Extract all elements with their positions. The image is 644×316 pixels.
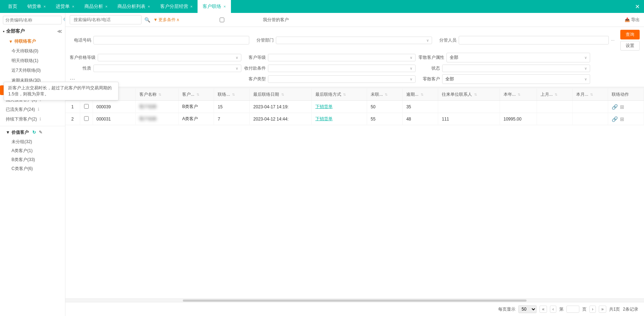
sidebar-item-ungrouped[interactable]: 未分组(32) xyxy=(3,137,62,146)
col-uncontacted-sort-icon[interactable]: ⇅ xyxy=(385,93,388,96)
my-customer-checkbox[interactable] xyxy=(182,18,261,22)
export-button[interactable]: 📤 导出 xyxy=(625,17,640,23)
person-more-icon[interactable]: ··· xyxy=(611,38,615,43)
close-customer-layered-tab[interactable]: × xyxy=(190,4,193,9)
retail-attr-select[interactable]: 全部 ∨ xyxy=(446,53,590,62)
sidebar-search-input[interactable] xyxy=(3,16,62,24)
my-customer-checkbox-label[interactable]: 我分管的客户 xyxy=(182,17,289,23)
filter-retail-attr: 零散客户属性 全部 ∨ xyxy=(418,53,590,62)
col-lastmethod-sort-icon[interactable]: ⇅ xyxy=(343,93,346,96)
retail-attr-label: 零散客户属性 xyxy=(418,55,444,61)
col-name-sort-icon[interactable]: ⇅ xyxy=(158,93,161,96)
query-button[interactable]: 查询 xyxy=(620,30,640,39)
row2-name-blurred: 客户名称 xyxy=(139,116,157,121)
sidebar-item-a-class[interactable]: A类客户(1) xyxy=(3,146,62,155)
col-lastmonth-sort-icon[interactable]: ⇅ xyxy=(555,93,557,96)
col-action-header: 联络动作 xyxy=(608,89,644,101)
col-unitcontact-sort-icon[interactable]: ⇅ xyxy=(474,93,477,96)
col-uncontacted-label: 未联... xyxy=(371,92,383,97)
col-overdue-sort-icon[interactable]: ⇅ xyxy=(421,93,423,96)
value-edit-icon[interactable]: ✎ xyxy=(39,130,42,135)
retail-arrow-icon: ∨ xyxy=(584,77,587,81)
col-lastdate-sort-icon[interactable]: ⇅ xyxy=(281,93,284,96)
sidebar-item-tomorrow[interactable]: 明天待联络(1) xyxy=(6,56,65,66)
customer-level-arrow-icon: ∨ xyxy=(410,56,412,60)
close-product-list-tab[interactable]: × xyxy=(148,4,150,9)
col-level-sort-icon[interactable]: ⇅ xyxy=(196,93,199,96)
close-customer-contact-tab[interactable]: × xyxy=(223,4,226,9)
customer-type-label: 客户类型 xyxy=(244,76,266,82)
close-product-analysis-tab[interactable]: × xyxy=(105,4,107,9)
collapse-sidebar-icon[interactable]: ≪ xyxy=(57,29,62,34)
last-page-button[interactable]: » xyxy=(599,306,606,313)
value-customer-title[interactable]: ▼ 价值客户 ↻ ✎ xyxy=(3,128,62,137)
row1-lastmethod-link[interactable]: 下销货单 xyxy=(315,104,333,109)
filter-gender: 性质 ∨ xyxy=(70,65,241,72)
dept-select[interactable]: ∨ xyxy=(276,37,432,44)
nav-home[interactable]: 首页 xyxy=(3,0,22,13)
col-contact-sort-icon[interactable]: ⇅ xyxy=(232,93,235,96)
row1-contact: 15 xyxy=(214,101,250,113)
row1-overdue: 35 xyxy=(403,101,438,113)
sidebar-item-7days[interactable]: 近7天待联络(0) xyxy=(6,66,65,75)
gender-select[interactable]: ∨ xyxy=(93,65,241,72)
search-input[interactable] xyxy=(70,15,142,24)
person-input[interactable] xyxy=(459,36,609,44)
row1-checkbox[interactable] xyxy=(84,104,89,109)
horizontal-scrollbar[interactable] xyxy=(65,298,644,302)
row2-lastmonth xyxy=(537,113,572,125)
nav-product-analysis[interactable]: 商品分析 × xyxy=(79,0,112,13)
current-page-input[interactable]: 1 xyxy=(566,306,579,313)
row2-grid-icon[interactable]: ⊞ xyxy=(620,116,624,122)
sidebar-item-lost[interactable]: 已流失客户(24) ℹ xyxy=(0,105,65,114)
next-page-button[interactable]: › xyxy=(589,306,596,313)
phone-input[interactable] xyxy=(93,36,249,44)
row2-checkbox[interactable] xyxy=(84,116,89,121)
table-body: 1 000039 客户名称 B类客户 15 2023-04-17 14:19: … xyxy=(65,101,644,125)
row2-lastmethod-link[interactable]: 下销货单 xyxy=(315,116,333,121)
setting-button[interactable]: 设置 xyxy=(620,41,640,51)
sidebar-item-c-class[interactable]: C类客户(6) xyxy=(3,164,62,173)
scroll-bar-thumb[interactable] xyxy=(183,300,527,302)
row1-link-icon[interactable]: 🔗 xyxy=(612,104,618,110)
close-all-button[interactable]: ✕ xyxy=(635,3,640,10)
nav-sales[interactable]: 销货单 × xyxy=(22,0,51,13)
col-thismonth-sort-icon[interactable]: ⇅ xyxy=(590,93,593,96)
close-sales-tab[interactable]: × xyxy=(43,4,46,9)
value-refresh-icon[interactable]: ↻ xyxy=(32,130,36,135)
retail-select[interactable]: 全部 ∨ xyxy=(442,74,590,84)
search-button[interactable]: 🔍 xyxy=(144,17,150,23)
prev-page-button[interactable]: ‹ xyxy=(550,306,556,313)
nav-product-list[interactable]: 商品分析列表 × xyxy=(112,0,155,13)
price-level-select[interactable]: ∨ xyxy=(98,54,241,61)
status-arrow-icon: ∨ xyxy=(584,66,587,70)
row2-link-icon[interactable]: 🔗 xyxy=(612,116,618,122)
sidebar-pending-group: ▼ 待联络客户 今天待联络(0) 明天待联络(1) 近7天待联络(0) 逾期未联… xyxy=(0,37,65,85)
filter-row-3: 性质 ∨ 收付款条件 ∨ 状态 xyxy=(70,65,640,72)
pending-contact-title[interactable]: ▼ 待联络客户 xyxy=(6,37,65,46)
sidebar-all-customers[interactable]: ▪ 全部客户 ≪ xyxy=(0,26,65,37)
col-lastmethod-label: 最后联络方式 xyxy=(315,92,341,97)
sidebar-item-b-class[interactable]: B类客户(33) xyxy=(3,155,62,164)
nav-customer-contact[interactable]: 客户联络 × xyxy=(198,0,231,13)
row1-grid-icon[interactable]: ⊞ xyxy=(620,104,624,110)
nav-purchase[interactable]: 进货单 × xyxy=(51,0,79,13)
close-purchase-tab[interactable]: × xyxy=(72,4,74,9)
nav-customer-layered[interactable]: 客户分层经营 × xyxy=(155,0,198,13)
pending-arrow-icon: ▼ xyxy=(9,39,13,44)
sidebar-item-today[interactable]: 今天待联络(0) xyxy=(6,46,65,56)
status-select[interactable]: ∨ xyxy=(442,65,590,72)
col-thisyear-sort-icon[interactable]: ⇅ xyxy=(518,93,520,96)
sidebar-item-declining[interactable]: 持续下滑客户(2) ℹ xyxy=(0,114,65,124)
row2-level: A类客户 xyxy=(179,113,214,125)
total-records-label: 2条记录 xyxy=(623,306,638,312)
more-conditions-button[interactable]: ▼ 更多条件 ∧ xyxy=(153,17,180,23)
col-name-header: 客户名称 ⇅ xyxy=(135,89,178,101)
first-page-button[interactable]: « xyxy=(539,306,547,313)
price-level-arrow-icon: ∨ xyxy=(236,56,238,60)
payment-select[interactable]: ∨ xyxy=(268,65,416,72)
row2-thismonth xyxy=(572,113,608,125)
customer-level-select[interactable]: ∨ xyxy=(268,54,416,61)
customer-type-select[interactable]: ∨ xyxy=(268,75,416,83)
per-page-select[interactable]: 50 100 200 xyxy=(518,305,537,313)
